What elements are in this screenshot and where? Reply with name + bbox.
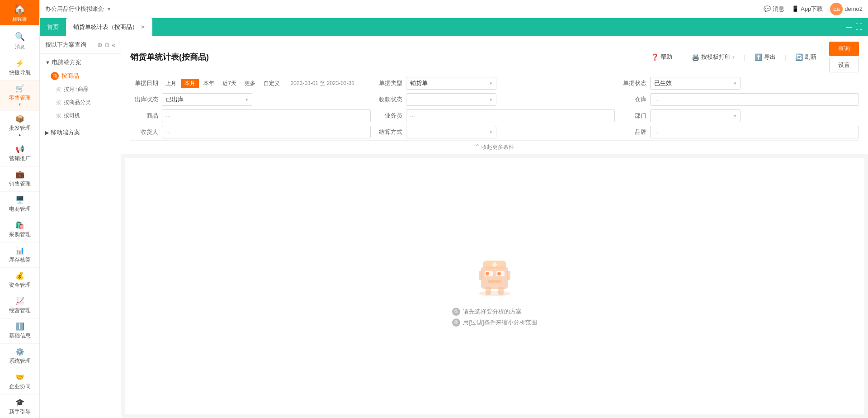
page-title: 销货单统计表(按商品) [130,52,209,62]
collectstatus-select[interactable]: ▾ [406,93,496,106]
system-icon: ⚙️ [15,347,24,356]
sidebar-item-retail[interactable]: 🛒 零售管理 ▾ [0,81,39,111]
doctype-select[interactable]: 销货单 ▾ [406,77,496,90]
export-button[interactable]: ⬆️ 导出 [751,51,779,63]
tip-num-1: ① [452,308,460,316]
operation-icon: 📈 [15,297,24,305]
sub-icon-3: 按 [56,112,61,119]
sidebar-item-quicknav[interactable]: ⚡ 快捷导航 [0,55,39,81]
industry-dropdown[interactable]: ▾ [108,6,110,12]
filter-doctype-cell: 单据类型 销货单 ▾ [374,77,615,90]
page-header: 销货单统计表(按商品) ❓ 帮助 | 🖨️ 按模板打印 ▾ | [121,36,868,154]
collapse-label: 收起更多条件 [481,143,514,151]
mobile-group-arrow: ▶ [45,130,49,136]
topbar-left: 办公用品行业模拟账套 ▾ [45,5,110,13]
docstatus-select[interactable]: 已生效 ▾ [650,77,741,90]
sidebar-item-purchase[interactable]: 🛍️ 采购管理 [0,217,39,242]
username-label: demo2 [844,5,863,12]
scheme-sub-item-month-goods[interactable]: 按 按月+商品 [40,83,121,96]
help-button[interactable]: ❓ 帮助 [647,51,676,63]
sidebar-item-operation[interactable]: 📈 经营管理 [0,293,39,318]
tab-last-month[interactable]: 上月 [162,79,180,88]
sidebar-item-sales[interactable]: 💼 销售管理 [0,166,39,192]
sidebar-item-basic[interactable]: ℹ️ 基础信息 [0,318,39,344]
empty-illustration [467,246,522,300]
main-content: 销货单统计表(按商品) ❓ 帮助 | 🖨️ 按模板打印 ▾ | [121,36,868,418]
sidebar-item-enterprise[interactable]: 🤝 企业协同 [0,369,39,394]
avatar-text: Ea [833,6,840,12]
tab-7days[interactable]: 近7天 [219,79,240,88]
sub-label-2: 按商品分类 [64,99,91,106]
collectstatus-control: ▾ [406,93,615,106]
scheme-group-mobile-header[interactable]: ▶ 移动端方案 [40,126,121,139]
tab-sales-stat[interactable]: 销货单统计表（按商品） ✕ [66,18,152,36]
tabbar: 首页 销货单统计表（按商品） ✕ ─ ⛶ [40,18,868,36]
app-download-button[interactable]: 📱 App下载 [792,5,823,13]
staff-input[interactable]: ··· [406,109,615,122]
docstatus-value: 已生效 [654,79,672,87]
scheme-item-by-goods[interactable]: 商 按商品 [40,69,121,83]
sales-icon: 💼 [15,170,24,179]
svg-rect-7 [479,271,482,280]
scheme-collapse-icon[interactable]: « [112,41,115,48]
settings-button[interactable]: 设置 [829,58,859,72]
query-button[interactable]: 查询 [829,42,859,56]
scheme-sub-item-goods-cat[interactable]: 按 按商品分类 [40,96,121,109]
staff-dots: ··· [410,113,415,119]
print-dropdown-icon: ▾ [732,55,735,60]
tab-this-month[interactable]: 本月 [181,79,199,88]
scheme-add-icon[interactable]: ⊕ [97,41,103,48]
doctype-value: 销货单 [410,79,428,87]
sidebar-item-wholesale[interactable]: 📦 批发管理 ▴ [0,111,39,141]
payment-select[interactable]: ▾ [406,126,496,138]
filter-receiver-cell: 收货人 ··· [130,126,371,138]
outstatus-select[interactable]: 已出库 ▾ [162,93,252,106]
user-area[interactable]: Ea demo2 [830,3,863,15]
dept-select[interactable]: ▾ [650,109,741,122]
goods-control: ··· [162,109,371,122]
retail-icon: 🛒 [15,84,24,93]
scheme-group-pc-header[interactable]: ▼ 电脑端方案 [40,56,121,69]
sidebar-item-ecommerce[interactable]: 🖥️ 电商管理 [0,192,39,217]
sidebar-item-system[interactable]: ⚙️ 系统管理 [0,344,39,369]
tab-close-icon[interactable]: ✕ [141,24,145,30]
tab-sales-stat-label: 销货单统计表（按商品） [73,23,138,31]
sidebar-item-inventory[interactable]: 📊 库存核算 [0,242,39,268]
goods-label: 商品 [130,112,162,120]
sidebar-item-finance[interactable]: 💰 资金管理 [0,268,39,293]
goods-input[interactable]: ··· [162,109,371,122]
date-tabs: 上月 本月 本年 近7天 更多 自定义 [162,79,283,88]
collapse-row[interactable]: ⌃ 收起更多条件 [130,140,859,154]
svg-rect-8 [507,271,510,280]
brand-control: ··· [650,126,859,138]
tab-more[interactable]: 更多 [241,79,259,88]
warehouse-dots: ··· [654,96,659,103]
sidebar-search-section[interactable]: 🔍 消息 [0,25,39,55]
dept-control: ▾ [650,109,859,122]
date-filter-control: 上月 本月 本年 近7天 更多 自定义 2023-03-01 至 2023-03… [162,79,371,88]
tab-minimize-icon[interactable]: ─ [846,23,852,32]
brand-input[interactable]: ··· [650,126,859,138]
tab-custom[interactable]: 自定义 [260,79,283,88]
refresh-label: 刷新 [805,53,816,61]
filter-outstatus-cell: 出库状态 已出库 ▾ [130,93,371,106]
doctype-control: 销货单 ▾ [406,77,615,90]
sidebar-item-marketing[interactable]: 📢 营销推广 [0,141,39,166]
print-button[interactable]: 🖨️ 按模板打印 ▾ [688,51,738,63]
divider1: | [681,54,683,61]
filter-staff-cell: 业务员 ··· [374,109,615,122]
warehouse-input[interactable]: ··· [650,93,859,106]
warehouse-label: 仓库 [618,95,650,104]
refresh-button[interactable]: 🔄 刷新 [792,51,820,63]
inventory-icon: 📊 [15,246,24,255]
scheme-item-icon: 商 [51,72,59,80]
message-button[interactable]: 💬 消息 [764,5,784,13]
receiver-input[interactable]: ··· [162,126,371,138]
scheme-sub-item-driver[interactable]: 按 按司机 [40,109,121,122]
tab-maximize-icon[interactable]: ⛶ [855,23,863,31]
outstatus-control: 已出库 ▾ [162,93,371,106]
tab-home[interactable]: 首页 [40,18,66,36]
scheme-edit-icon[interactable]: ⊙ [104,41,110,48]
tab-this-year[interactable]: 本年 [200,79,218,88]
sidebar-item-newuser[interactable]: 🎓 新手引导 [0,394,39,418]
